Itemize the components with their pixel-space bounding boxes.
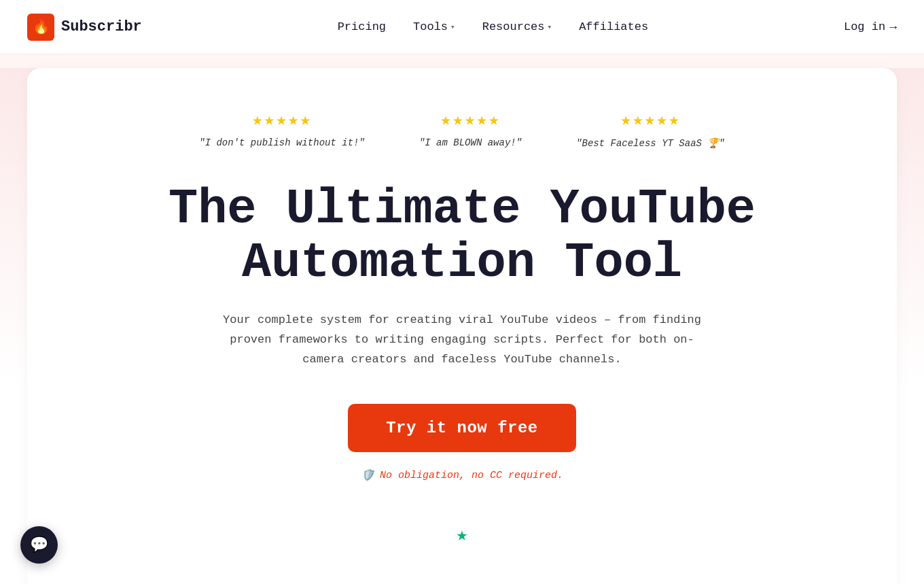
nav-item-affiliates[interactable]: Affiliates bbox=[579, 20, 648, 33]
logo-text: Subscribr bbox=[61, 18, 142, 35]
stars-1: ★★★★★ bbox=[252, 109, 312, 131]
navbar: 🔥 Subscribr Pricing Tools ▾ Resources ▾ … bbox=[0, 0, 924, 54]
nav-item-pricing[interactable]: Pricing bbox=[338, 20, 386, 33]
review-3: ★★★★★ "Best Faceless YT SaaS 🏆" bbox=[576, 109, 725, 149]
chat-icon: 💬 bbox=[30, 536, 48, 554]
login-link[interactable]: Log in → bbox=[844, 20, 897, 34]
chat-bubble-button[interactable]: 💬 bbox=[20, 526, 58, 564]
nav-links: Pricing Tools ▾ Resources ▾ Affiliates bbox=[338, 20, 649, 33]
bottom-teaser: ★ bbox=[54, 523, 870, 546]
headline-line2: Automation Tool bbox=[242, 237, 682, 290]
no-obligation-row: 🛡️ No obligation, no CC required. bbox=[54, 468, 870, 482]
hero-subtext: Your complete system for creating viral … bbox=[211, 311, 713, 370]
logo-link[interactable]: 🔥 Subscribr bbox=[27, 14, 142, 41]
nav-item-tools[interactable]: Tools ▾ bbox=[413, 20, 455, 33]
reviews-row: ★★★★★ "I don't publish without it!" ★★★★… bbox=[54, 109, 870, 149]
hero-section: ★★★★★ "I don't publish without it!" ★★★★… bbox=[0, 68, 924, 584]
review-2: ★★★★★ "I am BLOWN away!" bbox=[419, 109, 522, 149]
headline-line1: The Ultimate YouTube bbox=[54, 183, 870, 237]
review-1: ★★★★★ "I don't publish without it!" bbox=[199, 109, 365, 149]
quote-3: "Best Faceless YT SaaS 🏆" bbox=[576, 137, 725, 149]
stars-3: ★★★★★ bbox=[620, 109, 680, 131]
shield-icon: 🛡️ bbox=[361, 468, 374, 482]
resources-chevron-icon: ▾ bbox=[548, 22, 552, 31]
login-arrow-icon: → bbox=[889, 20, 897, 34]
nav-item-resources[interactable]: Resources ▾ bbox=[482, 20, 552, 33]
no-obligation-text: No obligation, no CC required. bbox=[380, 470, 563, 481]
login-label: Log in bbox=[844, 20, 885, 33]
tools-link[interactable]: Tools bbox=[413, 20, 448, 33]
main-card: ★★★★★ "I don't publish without it!" ★★★★… bbox=[27, 68, 897, 584]
affiliates-link[interactable]: Affiliates bbox=[579, 20, 648, 33]
cta-button[interactable]: Try it now free bbox=[348, 404, 576, 452]
tools-chevron-icon: ▾ bbox=[450, 22, 455, 31]
main-headline: The Ultimate YouTube Automation Tool bbox=[54, 183, 870, 290]
quote-1: "I don't publish without it!" bbox=[199, 137, 365, 148]
pricing-link[interactable]: Pricing bbox=[338, 20, 386, 33]
cta-container: Try it now free bbox=[54, 404, 870, 466]
quote-2: "I am BLOWN away!" bbox=[419, 137, 522, 148]
stars-2: ★★★★★ bbox=[440, 109, 500, 131]
resources-link[interactable]: Resources bbox=[482, 20, 545, 33]
trustpilot-star-icon: ★ bbox=[457, 523, 468, 546]
logo-icon: 🔥 bbox=[27, 14, 54, 41]
